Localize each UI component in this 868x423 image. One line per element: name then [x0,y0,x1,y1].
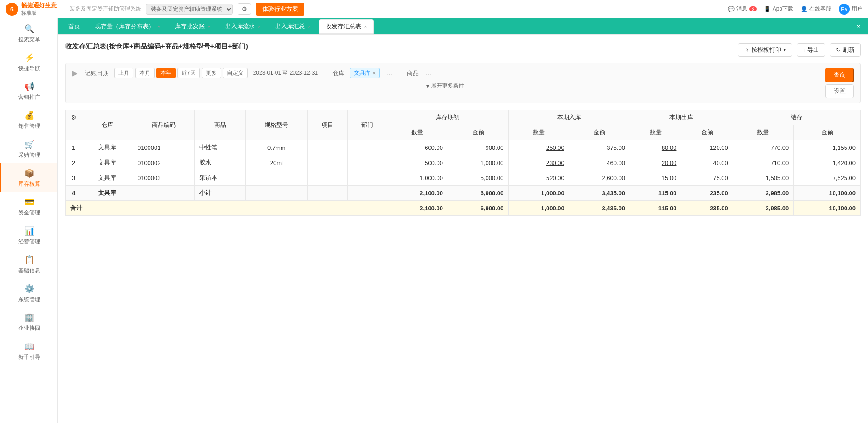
th-outbound: 本期出库 [630,110,733,125]
sidebar-label-inventory: 库存核算 [18,180,40,188]
cell-out-qty[interactable]: 20.00 [630,155,681,170]
cell-in-qty[interactable]: 520.00 [509,170,569,186]
cell-close-qty: 710.00 [733,155,793,170]
date-btn-custom[interactable]: 自定义 [223,68,248,78]
th-opening: 库存期初 [387,110,509,125]
top-actions: 💬 消息 6 📱 App下载 👤 在线客服 Ea 用户 [728,4,862,15]
sidebar-item-inventory[interactable]: 📦 库存核算 [0,163,57,192]
sidebar-label-quick: 快捷导航 [18,65,40,72]
gear-button[interactable]: ⚙ [238,3,251,15]
sidebar-item-basic[interactable]: 📋 基础信息 [0,249,57,278]
cell-out-amt: 75.00 [681,170,733,186]
sidebar-label-sales: 销售管理 [18,122,40,130]
export-button[interactable]: ↑ 导出 [797,43,826,57]
export-label: 导出 [807,46,819,54]
sidebar-item-corp[interactable]: 🏢 企业协同 [0,307,57,336]
table-row: 2文具库0100002胶水20ml500.001,000.00230.00460… [66,155,861,170]
sidebar-label-corp: 企业协同 [18,324,40,332]
tab-recv-send[interactable]: 收发存汇总表 × [319,19,374,34]
sidebar-item-finance[interactable]: 💳 资金管理 [0,192,57,220]
print-label: 按模板打印 [752,46,781,54]
system-selector[interactable]: 装备及固定资产辅助管理系统 [146,4,233,15]
sidebar-item-system[interactable]: ⚙️ 系统管理 [0,278,57,307]
sidebar-item-guide[interactable]: 📖 新手引导 [0,336,57,365]
date-btn-more[interactable]: 更多 [202,68,221,78]
sidebar-label-finance: 资金管理 [18,209,40,217]
cell-in-qty[interactable]: 230.00 [509,155,569,170]
cell-close-amt: 7,525.00 [794,170,861,186]
sidebar-label-search: 搜索菜单 [18,36,40,44]
basic-icon: 📋 [24,255,34,265]
tab-batch[interactable]: 库存批次账 × [168,19,217,34]
cell-code: 0100001 [133,140,194,155]
brand-sub: 标准版 [21,10,57,16]
tab-flow[interactable]: 出入库流水 × [218,19,267,34]
total-close-amt: 10,100.00 [794,201,861,216]
print-chevron: ▾ [783,46,786,53]
sidebar-label-purchase: 采购管理 [18,151,40,159]
logo-icon: 6 [6,3,18,16]
cell-out-qty[interactable]: 80.00 [630,140,681,155]
tab-stock-dist-label: 现存量（库存分布表） [95,22,155,31]
tab-io-summary[interactable]: 出入库汇总 × [268,19,317,34]
tab-flow-close[interactable]: × [258,24,260,29]
app-download-action[interactable]: 📱 App下载 [764,5,793,13]
cell-code [133,186,194,201]
warehouse-dots[interactable]: ... [387,70,392,77]
goods-dots[interactable]: ... [426,70,431,77]
warehouse-tag-close[interactable]: × [372,70,376,77]
date-btn-this-year[interactable]: 本年 [156,68,176,78]
tab-recv-send-label: 收发存汇总表 [326,22,361,31]
expand-row[interactable]: ▾ 展开更多条件 [72,82,818,90]
total-in-amt: 3,435.00 [569,201,630,216]
cell-in-amt: 2,600.00 [569,170,630,186]
cell-close-amt: 1,155.00 [794,140,861,155]
tab-bar: 首页 现存量（库存分布表） × 库存批次账 × 出入库流水 × 出入库汇总 × [58,18,868,35]
date-btn-last-month[interactable]: 上月 [114,68,133,78]
inventory-icon: 📦 [24,168,34,178]
user-action[interactable]: Ea 用户 [839,4,862,15]
date-btn-7days[interactable]: 近7天 [177,68,200,78]
th-row-no [66,125,82,140]
total-out-qty: 115.00 [630,201,681,216]
cell-open-qty: 500.00 [387,155,448,170]
th-close-qty: 数量 [733,125,793,140]
tab-recv-send-close[interactable]: × [364,24,367,29]
sidebar-item-sales[interactable]: 💰 销售管理 [0,105,57,134]
filter-collapse-icon[interactable]: ▶ [72,69,77,77]
total-open-qty: 2,100.00 [387,201,448,216]
tab-batch-close[interactable]: × [207,24,210,29]
sidebar-item-purchase[interactable]: 🛒 采购管理 [0,134,57,163]
tab-io-summary-close[interactable]: × [308,24,310,29]
cell-code: 0100002 [133,155,194,170]
refresh-button[interactable]: ↻ 刷新 [830,43,861,57]
cell-no: 1 [66,140,82,155]
sidebar-label-system: 系统管理 [18,296,40,303]
date-btn-this-month[interactable]: 本月 [135,68,155,78]
cell-no: 3 [66,170,82,186]
print-template-button[interactable]: 🖨 按模板打印 ▾ [738,43,792,57]
cell-close-qty: 770.00 [733,140,793,155]
sidebar-item-marketing[interactable]: 📢 营销推广 [0,76,57,105]
app-download-label: App下载 [773,5,793,13]
cell-in-qty[interactable]: 250.00 [509,140,569,155]
th-code: 商品编码 [133,110,194,140]
tab-stock-dist[interactable]: 现存量（库存分布表） × [88,19,167,34]
message-action[interactable]: 💬 消息 6 [728,5,757,13]
tab-home[interactable]: 首页 [61,19,87,34]
sidebar-item-operation[interactable]: 📊 经营管理 [0,220,57,249]
settings-button[interactable]: 设置 [825,84,854,98]
sidebar-item-search[interactable]: 🔍 搜索菜单 [0,18,57,47]
online-service-action[interactable]: 👤 在线客服 [801,5,831,13]
refresh-icon: ↻ [836,46,841,53]
cell-warehouse: 文具库 [82,155,133,170]
tab-stock-dist-close[interactable]: × [157,24,160,29]
cell-spec [245,170,307,186]
query-button[interactable]: 查询 [825,68,854,82]
system-icon: ⚙️ [24,284,34,294]
tabbar-close-icon[interactable]: × [853,22,864,31]
experience-button[interactable]: 体验行业方案 [256,3,304,16]
cell-out-qty[interactable]: 15.00 [630,170,681,186]
cell-warehouse: 文具库 [82,186,133,201]
sidebar-item-quick[interactable]: ⚡ 快捷导航 [0,47,57,76]
